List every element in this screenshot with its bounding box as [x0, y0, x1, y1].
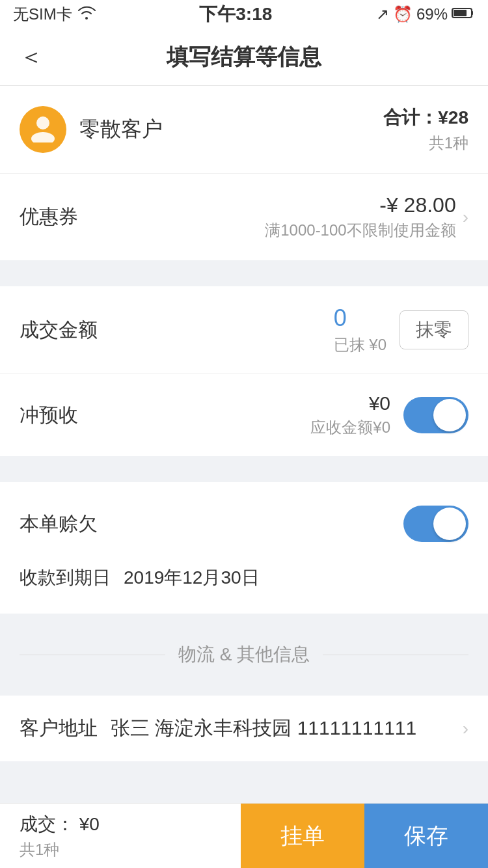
coupon-chevron-icon: › — [463, 207, 468, 228]
debt-label: 本单赊欠 — [20, 511, 98, 537]
logistics-title-row: 物流 & 其他信息 — [20, 642, 468, 667]
prepay-left: 冲预收 — [20, 402, 78, 429]
divider-3 — [0, 614, 488, 627]
prepay-amount: ¥0 应收金额¥0 — [310, 392, 390, 438]
battery-icon — [452, 5, 475, 23]
coupon-row[interactable]: 优惠券 -¥ 28.00 满1000-100不限制使用金额 › — [0, 173, 488, 260]
alarm-icon: ⏰ — [393, 5, 413, 23]
debt-toggle-knob — [433, 508, 466, 540]
coupon-discount: -¥ 28.00 — [265, 193, 455, 217]
location-icon: ↗ — [376, 5, 389, 23]
svg-point-2 — [36, 116, 49, 129]
svg-point-3 — [31, 132, 55, 142]
bottom-info: 成交： ¥0 共1种 — [0, 812, 241, 860]
debt-section: 本单赊欠 收款到期日 2019年12月30日 — [0, 482, 488, 614]
prepay-label: 冲预收 — [20, 402, 78, 429]
prepay-toggle[interactable] — [403, 397, 468, 433]
customer-section: 零散客户 合计：¥28 共1种 优惠券 -¥ 28.00 满1000-100不限… — [0, 86, 488, 260]
customer-name: 零散客户 — [79, 115, 163, 144]
bottom-bar: 成交： ¥0 共1种 挂单 保存 — [0, 803, 488, 868]
prepay-receivable: 应收金额¥0 — [310, 417, 390, 438]
address-label: 客户地址 — [20, 715, 98, 742]
no-sim-text: 无SIM卡 — [13, 4, 72, 25]
address-section: 客户地址 张三 海淀永丰科技园 11111111111 › — [0, 696, 488, 761]
bottom-transaction-label: 成交： ¥0 — [20, 812, 221, 837]
wifi-icon — [77, 5, 96, 23]
avatar-icon — [27, 111, 59, 148]
nav-bar: ＜ 填写结算等信息 — [0, 29, 488, 86]
logistics-line-left — [20, 655, 165, 655]
total-count: 共1种 — [383, 133, 468, 154]
round-zero-button[interactable]: 抹零 — [400, 310, 468, 349]
debt-toggle[interactable] — [403, 506, 468, 542]
prepay-right: ¥0 应收金额¥0 — [310, 392, 468, 438]
transaction-right: 0 已抹 ¥0 抹零 — [334, 305, 468, 355]
status-bar: 无SIM卡 下午3:18 ↗ ⏰ 69% — [0, 0, 488, 29]
battery-text: 69% — [416, 5, 448, 23]
transaction-label: 成交金额 — [20, 317, 98, 344]
save-button[interactable]: 保存 — [364, 804, 488, 869]
divider-1 — [0, 273, 488, 286]
logistics-header: 物流 & 其他信息 — [0, 627, 488, 683]
toggle-knob — [433, 399, 466, 431]
coupon-right: -¥ 28.00 满1000-100不限制使用金额 › — [265, 193, 468, 241]
prepay-row: 冲预收 ¥0 应收金额¥0 — [0, 374, 488, 456]
bottom-transaction-text: 成交： — [20, 814, 74, 834]
transaction-section: 成交金额 0 已抹 ¥0 抹零 冲预收 ¥0 应收金额¥0 — [0, 286, 488, 456]
back-button[interactable]: ＜ — [20, 41, 43, 73]
total-amount: 合计：¥28 — [383, 105, 468, 130]
bottom-transaction-value: ¥0 — [79, 814, 100, 834]
logistics-line-right — [323, 655, 468, 655]
divider-4 — [0, 683, 488, 696]
logistics-title: 物流 & 其他信息 — [178, 642, 310, 667]
status-time: 下午3:18 — [199, 2, 272, 27]
divider-2 — [0, 456, 488, 469]
svg-rect-1 — [454, 10, 467, 16]
avatar — [20, 106, 66, 153]
coupon-desc: 满1000-100不限制使用金额 — [265, 220, 455, 241]
page-title: 填写结算等信息 — [167, 42, 321, 72]
customer-right: 合计：¥28 共1种 — [383, 105, 468, 154]
transaction-sub: 已抹 ¥0 — [334, 334, 386, 355]
coupon-label: 优惠券 — [20, 204, 78, 230]
due-date-value: 2019年12月30日 — [124, 565, 260, 590]
due-date-label: 收款到期日 — [20, 565, 111, 590]
address-value: 张三 海淀永丰科技园 11111111111 — [111, 715, 463, 742]
customer-left: 零散客户 — [20, 106, 163, 153]
customer-row: 零散客户 合计：¥28 共1种 — [0, 86, 488, 173]
due-date-row: 收款到期日 2019年12月30日 — [0, 565, 488, 614]
status-left: 无SIM卡 — [13, 4, 96, 25]
status-right: ↗ ⏰ 69% — [376, 5, 475, 23]
bottom-count: 共1种 — [20, 839, 221, 860]
address-row[interactable]: 客户地址 张三 海淀永丰科技园 11111111111 › — [0, 696, 488, 761]
transaction-row: 成交金额 0 已抹 ¥0 抹零 — [0, 286, 488, 374]
debt-row: 本单赊欠 — [0, 482, 488, 565]
pending-button[interactable]: 挂单 — [241, 804, 364, 869]
transaction-value[interactable]: 0 — [334, 305, 386, 332]
address-chevron-icon: › — [463, 718, 468, 739]
prepay-yen-value: ¥0 — [310, 392, 390, 414]
